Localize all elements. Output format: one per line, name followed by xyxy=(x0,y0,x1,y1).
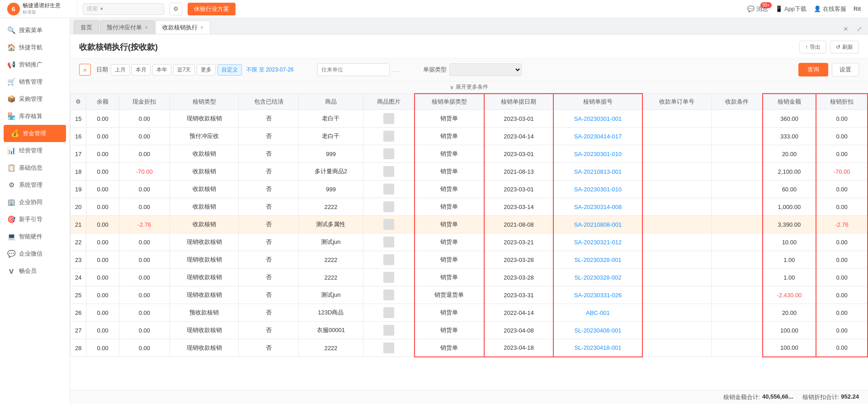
sidebar-item-purchase[interactable]: 📦 采购管理 xyxy=(0,90,70,108)
app-download-label: App下载 xyxy=(784,5,807,13)
total-discount-item: 核销折扣合计: 952.24 xyxy=(802,393,859,401)
writeoff-discount-cell: 0.00 xyxy=(816,339,868,357)
online-service-item[interactable]: 👤 在线客服 xyxy=(814,5,846,13)
sidebar-item-search[interactable]: 🔍 搜索菜单 xyxy=(0,22,70,39)
bill-no-link[interactable]: SA-20230331-026 xyxy=(574,292,622,299)
sidebar-item-inventory[interactable]: 🏪 库存核算 xyxy=(0,108,70,125)
date-btn-this-year[interactable]: 本年 xyxy=(152,64,171,76)
date-btn-last-month[interactable]: 上月 xyxy=(111,64,130,76)
search-bar[interactable]: 搜索 ▼ xyxy=(83,3,164,15)
sidebar-item-system[interactable]: ⚙ 系统管理 xyxy=(0,176,70,194)
maximize-window-btn[interactable]: ⤢ xyxy=(854,24,864,34)
writeoff-discount-cell: -2.76 xyxy=(816,216,868,233)
table-row: 240.000.00现销收款核销否2222销货单2023-03-28SL-202… xyxy=(71,269,868,286)
total-amount-label: 核销金额合计: xyxy=(723,393,760,401)
close-window-btn[interactable]: ✕ xyxy=(841,24,851,34)
refresh-button[interactable]: ↺ 刷新 xyxy=(830,41,859,53)
bill-no-link[interactable]: SA-20210813-001 xyxy=(574,168,622,175)
sidebar-item-operations[interactable]: 📊 经营管理 xyxy=(0,142,70,159)
sidebar-item-sales[interactable]: 🛒 销售管理 xyxy=(0,73,70,90)
table-row: 170.000.00收款核销否999销货单2023-03-01SA-202303… xyxy=(71,145,868,163)
search-placeholder: 搜索 xyxy=(87,5,98,13)
finance-icon: 💰 xyxy=(11,129,19,138)
sidebar-item-base[interactable]: 📋 基础信息 xyxy=(0,159,70,176)
date-btn-7days[interactable]: 近7天 xyxy=(173,64,195,76)
counterpart-input[interactable] xyxy=(317,63,390,76)
bill-type-select[interactable] xyxy=(449,63,522,76)
writeoff-discount-cell: -70.00 xyxy=(816,163,868,181)
bill-no-link[interactable]: SA-20230301-001 xyxy=(574,115,622,122)
date-btn-custom[interactable]: 自定义 xyxy=(217,64,242,76)
sidebar-item-quicknav[interactable]: 🏠 快捷导航 xyxy=(0,39,70,56)
logo-icon: 6 xyxy=(7,3,20,15)
total-discount-value: 952.24 xyxy=(841,393,859,401)
col-header-bill-date: 核销单据日期 xyxy=(484,94,554,110)
sidebar-item-hardware[interactable]: 💻 智能硬件 xyxy=(0,228,70,245)
writeoff-discount-cell: 0.00 xyxy=(816,145,868,163)
filter-settings-button[interactable]: 设置 xyxy=(832,63,859,76)
purchase-icon: 📦 xyxy=(7,95,15,103)
query-button[interactable]: 查询 xyxy=(798,63,828,76)
writeoff-discount-cell: 0.00 xyxy=(816,128,868,145)
industry-solution-button[interactable]: 休验行业方案 xyxy=(188,3,236,15)
page-header: 收款核销执行(按收款) ↑ 导出 ↺ 刷新 xyxy=(70,34,868,58)
total-discount-label: 核销折扣合计: xyxy=(802,393,840,401)
date-btn-this-month[interactable]: 本月 xyxy=(132,64,151,76)
writeoff-amount-cell: 1.00 xyxy=(763,251,816,269)
settings-icon-btn[interactable]: ⚙ xyxy=(170,3,182,15)
tab-home[interactable]: 首页 xyxy=(74,20,99,34)
counterpart-dots[interactable]: ... xyxy=(392,67,400,73)
user-name[interactable]: Rit xyxy=(854,5,861,12)
writeoff-amount-cell: 1,000.00 xyxy=(763,198,816,216)
tab-writeoff-close[interactable]: × xyxy=(200,24,203,31)
logo-name: 畅捷通谱好生意 xyxy=(23,2,61,10)
service-icon: 👤 xyxy=(814,5,821,12)
tab-prepay[interactable]: 预付冲应付单 × xyxy=(100,20,155,34)
bill-no-link[interactable]: SA-20230301-010 xyxy=(574,186,622,193)
export-button[interactable]: ↑ 导出 xyxy=(799,41,826,53)
bill-no-link[interactable]: SL-20230408-001 xyxy=(574,327,621,334)
sidebar-label-base: 基础信息 xyxy=(19,164,42,172)
inventory-icon: 🏪 xyxy=(7,112,15,120)
sidebar-item-member[interactable]: V 畅会员 xyxy=(0,262,70,280)
guide-icon: 🎯 xyxy=(7,215,15,223)
sidebar-item-marketing[interactable]: 📢 营销推广 xyxy=(0,56,70,73)
expand-arrow-btn[interactable]: » xyxy=(79,64,91,76)
bill-no-link[interactable]: SL-20230418-001 xyxy=(574,344,621,351)
sidebar-item-enterprise[interactable]: 🏢 企业协同 xyxy=(0,194,70,211)
header-actions: ↑ 导出 ↺ 刷新 xyxy=(799,41,859,53)
col-header-writeoff-discount: 核销折扣 xyxy=(816,94,868,110)
bill-no-link[interactable]: SA-20230301-010 xyxy=(574,151,622,157)
sidebar-label-enterprise: 企业协同 xyxy=(19,198,42,206)
writeoff-amount-cell: 1.00 xyxy=(763,269,816,286)
expand-more-button[interactable]: ∨ 展开更多条件 xyxy=(450,83,488,91)
sidebar-label-guide: 新手引导 xyxy=(19,215,42,223)
col-header-receipt-condition: 收款条件 xyxy=(712,94,763,110)
tab-prepay-close[interactable]: × xyxy=(145,24,148,31)
date-filter-section: 日期 上月 本月 本年 近7天 更多 自定义 不限 至 2023-07-26 xyxy=(96,64,294,76)
bill-no-link[interactable]: SA-20210808-001 xyxy=(574,221,622,228)
bill-no-link[interactable]: SA-20230414-017 xyxy=(574,133,622,140)
sidebar-item-wechat[interactable]: 💬 企业微信 xyxy=(0,245,70,262)
expand-bar: ∨ 展开更多条件 xyxy=(70,81,868,93)
base-icon: 📋 xyxy=(7,164,15,172)
home-icon: 🏠 xyxy=(7,43,15,52)
bill-no-link[interactable]: ABC-001 xyxy=(586,309,610,316)
bill-no-link[interactable]: SA-20230314-008 xyxy=(574,204,622,210)
writeoff-amount-cell: 100.00 xyxy=(763,339,816,357)
wechat-icon: 💬 xyxy=(7,250,15,258)
tab-writeoff[interactable]: 收款核销执行 × xyxy=(156,20,210,34)
date-btn-more[interactable]: 更多 xyxy=(197,64,216,76)
col-header-bill-type: 核销单据类型 xyxy=(415,94,484,110)
bill-no-link[interactable]: SL-20230328-001 xyxy=(574,257,621,263)
col-header-settings[interactable]: ⚙ xyxy=(71,94,86,110)
sidebar-item-finance[interactable]: 💰 资金管理 xyxy=(4,125,66,142)
data-table: ⚙ 余额 现金折扣 核销类型 包含已结清 商品 商品图片 核销单据类型 核销单据… xyxy=(70,93,868,357)
main-content: 收款核销执行(按收款) ↑ 导出 ↺ 刷新 » 日期 xyxy=(70,34,868,404)
bill-no-link[interactable]: SL-20230328-002 xyxy=(574,274,621,281)
sidebar-item-guide[interactable]: 🎯 新手引导 xyxy=(0,211,70,228)
bill-no-link[interactable]: SA-20230321-012 xyxy=(574,239,622,246)
app-download-item[interactable]: 📱 App下载 xyxy=(775,5,807,13)
table-row: 180.00-70.00收款核销否多计量商品2销货单2021-08-13SA-2… xyxy=(71,163,868,181)
message-item[interactable]: 💬 消息 99+ xyxy=(747,5,768,13)
